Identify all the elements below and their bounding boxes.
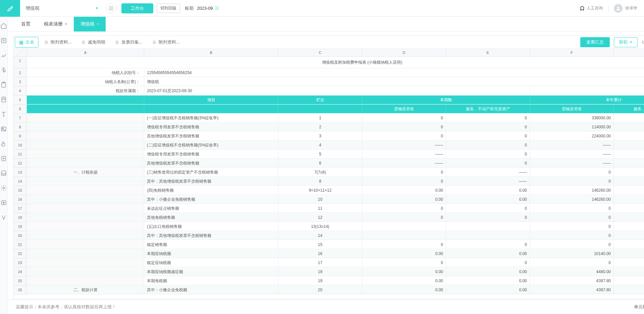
col-index[interactable]: 2	[278, 123, 362, 131]
year-service[interactable]: 0.00	[614, 186, 644, 195]
current-service[interactable]: 0	[446, 123, 530, 131]
list-icon-button[interactable]	[106, 3, 116, 13]
year-goods[interactable]: 114000.00	[530, 123, 614, 131]
section-label[interactable]	[27, 240, 144, 249]
current-goods[interactable]: 0.00	[362, 186, 446, 195]
current-service[interactable]: 0.00	[446, 276, 530, 285]
period-value[interactable]: 2023-09 ☷	[197, 6, 219, 11]
item-name[interactable]: 核定应纳税额	[144, 258, 278, 267]
row-number[interactable]: 22	[13, 249, 27, 258]
current-goods[interactable]: 0	[362, 123, 446, 131]
sub-tab[interactable]: 🗎减免明细	[77, 37, 109, 48]
item-name[interactable]: (三)销售使用过的固定资产不含税销售额	[144, 168, 278, 177]
nav-v-icon[interactable]	[0, 214, 7, 221]
close-icon[interactable]: ×	[97, 22, 99, 26]
current-goods[interactable]: 0	[362, 114, 446, 122]
page-tab[interactable]: 增值税×	[74, 17, 106, 32]
nav-clipboard-icon[interactable]	[0, 81, 7, 88]
row-number[interactable]: 7	[13, 114, 27, 123]
col-index[interactable]: 10	[278, 195, 362, 204]
invoice-summary-button[interactable]: 发票汇总	[580, 37, 610, 47]
current-service[interactable]: 0	[446, 213, 530, 222]
current-goods[interactable]: 0	[362, 258, 446, 267]
year-goods[interactable]: 0	[530, 168, 614, 177]
consult-link[interactable]: 🎧 人工咨询	[580, 5, 603, 11]
row-number[interactable]: 23	[13, 258, 27, 267]
section-label[interactable]	[27, 195, 144, 204]
item-name[interactable]: 其中：其他增值税发票不含税销售额	[144, 231, 278, 240]
section-label[interactable]	[27, 258, 144, 267]
row-number[interactable]: 1	[13, 56, 27, 68]
item-name[interactable]: (五)出口免税销售额	[144, 222, 278, 231]
col-index[interactable]: 6	[278, 159, 362, 168]
year-goods[interactable]: 4480.00	[530, 267, 614, 276]
col-index[interactable]: 14	[278, 231, 362, 240]
current-goods[interactable]: 0.00	[362, 249, 446, 258]
current-goods[interactable]: 0	[362, 240, 446, 249]
section-label[interactable]	[27, 231, 144, 240]
row-number[interactable]: 20	[13, 231, 27, 240]
current-goods[interactable]	[362, 222, 446, 231]
sub-tab[interactable]: 🗎附列资料...	[148, 37, 184, 48]
item-name[interactable]: 其他增值税发票不含税销售额	[144, 159, 278, 168]
row-number[interactable]: 6	[13, 105, 27, 114]
item-name[interactable]: (四)免税销售额	[144, 186, 278, 195]
th-blank[interactable]	[27, 105, 144, 113]
nav-money-icon[interactable]	[0, 66, 7, 74]
section-label[interactable]	[27, 123, 144, 131]
taxpayer-name-value[interactable]: 增值税	[144, 77, 644, 86]
year-goods[interactable]: 10140.00	[530, 249, 614, 258]
page-tab[interactable]: 首页	[14, 17, 37, 32]
current-service[interactable]: 0.00	[446, 249, 530, 258]
nav-text-icon[interactable]	[0, 111, 7, 118]
row-number[interactable]: 3	[13, 77, 27, 86]
current-service[interactable]: 0	[446, 132, 530, 140]
section-label[interactable]	[27, 213, 144, 222]
col-index[interactable]: 17	[278, 258, 362, 267]
section-label[interactable]	[27, 186, 144, 195]
year-goods[interactable]: ——	[530, 150, 614, 159]
year-service[interactable]: 0	[614, 123, 644, 131]
year-goods[interactable]: ——	[530, 159, 614, 168]
year-service[interactable]: 0	[614, 258, 644, 267]
current-goods[interactable]: 0	[362, 204, 446, 213]
sub-tab[interactable]: ▦主表	[15, 37, 39, 48]
nav-inbox-icon[interactable]	[0, 170, 7, 177]
nav-hand-icon[interactable]	[0, 140, 7, 147]
current-service[interactable]	[446, 222, 530, 231]
year-service[interactable]: 0.00	[614, 141, 644, 149]
col-index[interactable]: 20	[278, 286, 362, 294]
year-service[interactable]: 0	[614, 132, 644, 140]
switch-old-button[interactable]: 切到旧版	[157, 4, 180, 13]
current-service[interactable]: 0	[446, 150, 530, 159]
section-label[interactable]	[27, 159, 144, 168]
year-service[interactable]: 0.00	[614, 195, 644, 204]
year-service[interactable]: 0	[614, 240, 644, 249]
row-number[interactable]: 13	[13, 168, 27, 177]
year-service[interactable]: 0	[614, 150, 644, 159]
year-service[interactable]: ——	[614, 177, 644, 186]
year-goods[interactable]: 146260.00	[530, 195, 614, 204]
col-index[interactable]: 16	[278, 249, 362, 258]
item-name[interactable]: 其中：其他增值税发票不含税销售额	[144, 177, 278, 186]
current-goods[interactable]: 0.00	[362, 267, 446, 276]
current-goods[interactable]: 0	[362, 213, 446, 222]
current-service[interactable]: 0.00	[446, 267, 530, 276]
row-number[interactable]: 11	[13, 150, 27, 159]
section-label[interactable]	[27, 222, 144, 231]
row-number[interactable]: 10	[13, 141, 27, 150]
current-service[interactable]: 0	[446, 114, 530, 122]
nav-image-icon[interactable]	[0, 125, 7, 133]
year-goods[interactable]: 224000.00	[530, 132, 614, 140]
unit-label[interactable]: 金额单位：元至角分	[530, 86, 644, 95]
current-goods[interactable]: 0.00	[362, 195, 446, 204]
current-goods[interactable]: ——	[362, 159, 446, 168]
col-index[interactable]: 12	[278, 213, 362, 222]
company-select[interactable]: 增值税 ▼	[20, 5, 104, 11]
year-goods[interactable]: 0	[530, 240, 614, 249]
current-service[interactable]: 0.00	[446, 286, 530, 294]
col-index[interactable]: 1	[278, 114, 362, 122]
col-header[interactable]: B	[144, 49, 278, 57]
th-service[interactable]: 服务、不动产和无形资产	[446, 105, 530, 113]
th-blank[interactable]	[144, 105, 278, 113]
